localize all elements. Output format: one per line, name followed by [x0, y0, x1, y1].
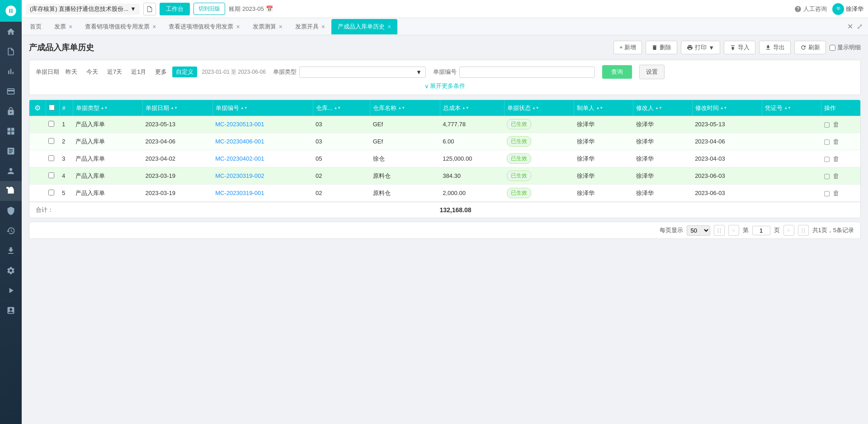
th-warehouse-code[interactable]: 仓库...▲▼ [313, 100, 370, 116]
date-btn-custom[interactable]: 自定义 [172, 67, 197, 77]
td-number-link-0[interactable]: MC-20230513-001 [215, 121, 264, 128]
filter-number-input[interactable] [459, 67, 595, 78]
edit-btn-0[interactable]: ▢ [824, 120, 830, 129]
query-button[interactable]: 查询 [602, 65, 632, 79]
sidebar-item-stamp[interactable] [0, 201, 22, 221]
date-btn-more[interactable]: 更多 [151, 67, 170, 77]
last-page-btn[interactable]: ⟩⟩ [798, 225, 809, 236]
th-checkbox[interactable] [46, 100, 59, 116]
row-checkbox-2[interactable] [48, 155, 54, 161]
sidebar-item-grid[interactable] [0, 121, 22, 141]
tab-calc[interactable]: 发票测算 × [246, 19, 289, 34]
delete-btn-0[interactable]: 🗑 [833, 120, 840, 129]
page-number-input[interactable] [752, 226, 770, 235]
date-btn-yesterday[interactable]: 昨天 [62, 67, 81, 77]
td-number-0[interactable]: MC-20230513-001 [212, 116, 313, 133]
date-btn-today[interactable]: 今天 [83, 67, 102, 77]
tab-open[interactable]: 发票开具 × [289, 19, 331, 34]
td-number-1[interactable]: MC-20230406-001 [212, 133, 313, 150]
refresh-button[interactable]: 刷新 [794, 41, 826, 54]
delete-btn-2[interactable]: 🗑 [833, 155, 840, 163]
export-button[interactable]: 导出 [759, 41, 791, 54]
workbench-button[interactable]: 工作台 [160, 3, 190, 15]
sidebar-item-version[interactable] [0, 300, 22, 320]
row-checkbox-0[interactable] [48, 121, 54, 127]
th-modify-time[interactable]: 修改时间▲▼ [692, 100, 762, 116]
sidebar-item-file[interactable] [0, 42, 22, 62]
delete-btn-3[interactable]: 🗑 [833, 172, 840, 180]
new-button[interactable]: + 新增 [613, 41, 642, 54]
date-btn-1month[interactable]: 近1月 [127, 67, 150, 77]
show-detail-checkbox[interactable]: 显示明细 [830, 43, 861, 52]
filter-type-select[interactable]: ▼ [299, 67, 426, 78]
sidebar-item-settings[interactable] [0, 261, 22, 281]
td-number-link-1[interactable]: MC-20230406-001 [215, 138, 264, 145]
tab-input-vat[interactable]: 查看进项增值税专用发票 × [162, 19, 246, 34]
expand-filter-btn[interactable]: ∨ 展开更多条件 [425, 82, 465, 90]
company-selector[interactable]: (库存核算) 直播轻抒通信息技术股份... ▼ [26, 4, 140, 14]
sidebar-item-box[interactable] [0, 181, 22, 201]
maximize-window-btn[interactable]: ⤢ [857, 22, 863, 31]
sidebar-item-history[interactable] [0, 221, 22, 241]
app-logo[interactable] [0, 0, 22, 22]
th-number[interactable]: 单据编号▲▼ [212, 100, 313, 116]
row-checkbox-3[interactable] [48, 172, 54, 178]
row-checkbox-4[interactable] [48, 190, 54, 195]
first-page-btn[interactable]: ⟨⟨ [714, 225, 725, 236]
tab-home[interactable]: 首页 [24, 19, 48, 34]
tab-calc-close[interactable]: × [279, 23, 283, 30]
setting-button[interactable]: 设置 [639, 65, 665, 79]
edit-btn-3[interactable]: ▢ [824, 172, 830, 180]
th-modifier[interactable]: 修改人▲▼ [633, 100, 693, 116]
tab-sales-vat[interactable]: 查看销项增值税专用发票 × [79, 19, 162, 34]
tab-sales-vat-close[interactable]: × [152, 23, 156, 30]
calendar-icon[interactable]: 📅 [266, 5, 273, 12]
td-number-link-3[interactable]: MC-20230319-002 [215, 172, 264, 179]
sidebar-item-home[interactable] [0, 22, 22, 42]
sidebar-item-chart[interactable] [0, 62, 22, 81]
tab-product-in-close[interactable]: × [387, 23, 391, 30]
td-number-4[interactable]: MC-20230319-001 [212, 185, 313, 202]
th-total-cost[interactable]: 总成本▲▼ [440, 100, 504, 116]
switch-old-version-button[interactable]: 切到旧版 [193, 3, 225, 15]
td-checkbox-0[interactable] [46, 116, 59, 133]
th-voucher[interactable]: 凭证号▲▼ [762, 100, 821, 116]
row-checkbox-1[interactable] [48, 138, 54, 144]
tab-invoice[interactable]: 发票 × [48, 19, 79, 34]
th-status[interactable]: 单据状态▲▼ [504, 100, 574, 116]
user-service-btn[interactable]: 人工咨询 [794, 5, 827, 13]
td-checkbox-1[interactable] [46, 133, 59, 150]
tab-input-vat-close[interactable]: × [236, 23, 240, 30]
delete-btn-4[interactable]: 🗑 [833, 189, 840, 197]
td-number-link-2[interactable]: MC-20230402-001 [215, 155, 264, 162]
sidebar-item-lock[interactable] [0, 101, 22, 121]
tab-invoice-close[interactable]: × [69, 23, 72, 30]
close-window-btn[interactable]: ✕ [847, 22, 853, 31]
prev-page-btn[interactable]: ＜ [728, 225, 739, 236]
td-checkbox-4[interactable] [46, 185, 59, 202]
td-number-2[interactable]: MC-20230402-001 [212, 150, 313, 167]
th-settings[interactable]: ⚙ [29, 100, 46, 116]
delete-btn-1[interactable]: 🗑 [833, 138, 840, 146]
td-checkbox-3[interactable] [46, 167, 59, 185]
print-button[interactable]: 打印 ▼ [681, 41, 720, 54]
td-checkbox-2[interactable] [46, 150, 59, 167]
th-warehouse-name[interactable]: 仓库名称▲▼ [370, 100, 440, 116]
sidebar-item-person[interactable] [0, 161, 22, 181]
date-btn-7days[interactable]: 近7天 [104, 67, 126, 77]
next-page-btn[interactable]: ＞ [783, 225, 794, 236]
delete-button[interactable]: 删除 [646, 41, 677, 54]
document-icon[interactable] [143, 3, 156, 15]
sidebar-item-download[interactable] [0, 241, 22, 261]
select-all-checkbox[interactable] [49, 105, 55, 110]
edit-btn-2[interactable]: ▢ [824, 155, 830, 163]
th-type[interactable]: 单据类型▲▼ [73, 100, 143, 116]
tab-open-close[interactable]: × [321, 23, 325, 30]
tab-product-in[interactable]: 产成品入库单历史 × [331, 19, 397, 34]
user-profile-btn[interactable]: 华 徐泽华 [832, 3, 863, 15]
sidebar-item-play[interactable] [0, 281, 22, 300]
th-date[interactable]: 单据日期▲▼ [143, 100, 213, 116]
td-number-3[interactable]: MC-20230319-002 [212, 167, 313, 185]
import-button[interactable]: 导入 [724, 41, 755, 54]
sidebar-item-document[interactable] [0, 141, 22, 161]
